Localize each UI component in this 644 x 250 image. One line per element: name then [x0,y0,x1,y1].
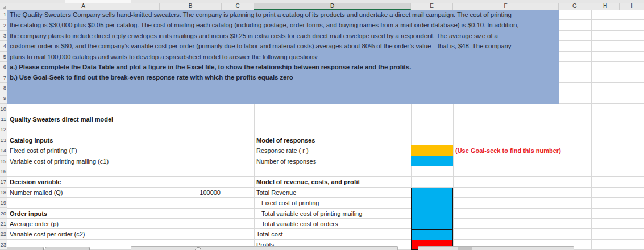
cell-response-rate-label[interactable]: Response rate ( r ) [254,145,413,156]
cell-total-cost-value[interactable] [411,229,453,240]
row-header[interactable]: 17 [0,177,7,187]
cell-model-revenue-header[interactable]: Model of revenue, costs, and profit [254,177,413,187]
cell-total-variable-printing-item[interactable]: Total variable cost of printing mailing [254,209,418,219]
cell-number-mailed-value[interactable]: 100000 [160,188,222,198]
row-header[interactable]: 5 [0,52,7,62]
column-header-i[interactable]: I [620,3,644,10]
spreadsheet-window: A B C D E F G H I 1234567891011121314151… [0,0,644,250]
row-header[interactable]: 15 [0,156,7,166]
statement-line-5: plans to mail 100,000 catalogs and wants… [7,52,559,62]
column-gridline [559,10,559,250]
cell-total-revenue-value[interactable] [411,188,453,198]
select-all-icon [2,5,6,9]
row-header[interactable]: 13 [0,135,7,145]
cell-total-cost-label[interactable]: Total cost [254,229,413,239]
cell-response-rate-input[interactable] [411,145,453,156]
row-header[interactable]: 12 [0,124,7,135]
embedded-object-top[interactable] [5,247,44,250]
object-handle-icon [458,247,472,250]
cell-fixed-cost-printing-label[interactable]: Fixed cost of printing (F) [7,145,162,156]
column-gridline [620,10,620,250]
cell-average-order-label[interactable]: Average order (p) [7,219,162,229]
cell-model-responses-header[interactable]: Model of responses [254,135,413,145]
row-header[interactable]: 10 [0,104,7,114]
row-header[interactable]: 14 [0,145,7,156]
row-header[interactable]: 21 [0,219,7,229]
embedded-object-top[interactable] [45,247,90,250]
cell-number-mailed-label[interactable]: Number mailed (Q) [7,188,162,198]
column-header-f[interactable]: F [453,3,559,10]
cell-goal-seek-note[interactable]: (Use Goal-seek to find this number) [453,145,643,156]
cell-variable-cost-printing-label[interactable]: Variable cost of printing mailing (c1) [7,156,162,166]
statement-line-3: the company plans to include direct repl… [7,31,559,41]
cell-total-revenue-label[interactable]: Total Revenue [254,188,413,198]
cell-total-variable-orders-item[interactable]: Total variable cost of orders [254,219,418,229]
row-header[interactable]: 6 [0,62,7,72]
cell-number-responses-value[interactable] [411,156,453,166]
column-gridline [591,10,592,250]
embedded-object-top[interactable] [418,246,574,250]
row-header[interactable]: 9 [0,93,7,103]
cell-decision-variable-header[interactable]: Decision variable [7,177,162,187]
row-header[interactable]: 7 [0,72,7,82]
column-header-d-selected[interactable]: D [254,3,411,10]
embedded-object-top[interactable] [131,246,398,250]
row-header[interactable]: 23 [0,240,7,250]
statement-line-1: The Quality Sweaters Company sells hand-… [7,10,559,20]
cell-variable-cost-order-label[interactable]: Variable cost per order (c2) [7,229,162,239]
cell-catalog-inputs-header[interactable]: Catalog inputs [7,135,162,145]
statement-line-2: the catalog is $30,000 plus $0.05 per ca… [7,20,559,30]
row-header[interactable]: 16 [0,166,7,177]
row-header[interactable]: 4 [0,41,7,51]
row-header[interactable]: 19 [0,198,7,208]
row-header[interactable]: 22 [0,229,7,239]
column-header-e[interactable]: E [411,3,453,10]
cell-model-title[interactable]: Quality Sweaters direct mail model [7,114,162,124]
statement-task-a: a.) Please complete the Data Table and p… [7,62,559,72]
column-header-a[interactable]: A [7,3,160,10]
row-header[interactable]: 18 [0,188,7,198]
row-header[interactable]: 11 [0,114,7,124]
statement-line-4: customer order is $60, and the company’s… [7,41,559,51]
column-header-c[interactable]: C [222,3,254,10]
row-header[interactable]: 8 [0,83,7,93]
column-header-g[interactable]: G [559,3,591,10]
statement-task-b: b.) Use Goal-Seek to find out the break-… [7,72,559,82]
row-header[interactable]: 20 [0,208,7,218]
cell-number-responses-label[interactable]: Number of responses [254,156,413,166]
column-header-h[interactable]: H [591,3,620,10]
select-all-corner[interactable] [0,3,7,10]
row-header[interactable]: 3 [0,31,7,41]
cell-order-inputs-header[interactable]: Order inputs [7,209,162,219]
cell-fixed-cost-printing-item[interactable]: Fixed cost of printing [254,198,418,208]
problem-statement-block[interactable]: The Quality Sweaters Company sells hand-… [7,10,559,104]
row-header[interactable]: 1 [0,10,7,20]
row-headers: 1234567891011121314151617181920212223 [0,10,7,250]
row-header[interactable]: 2 [0,20,7,30]
column-header-b[interactable]: B [160,3,222,10]
object-handle-icon [195,247,201,250]
